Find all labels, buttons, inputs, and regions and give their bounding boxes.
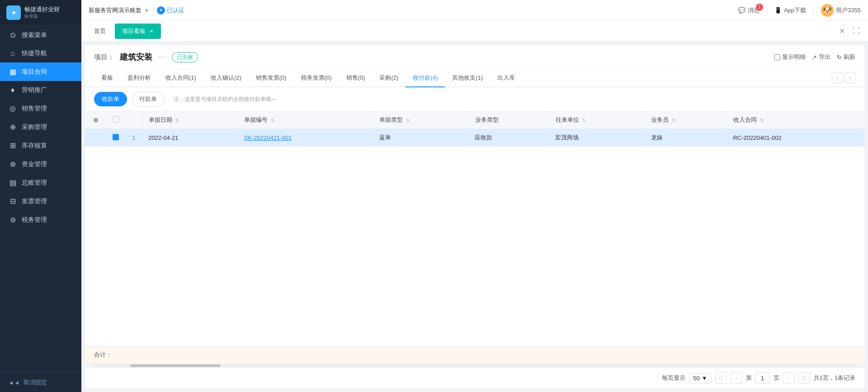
refresh-button[interactable]: ↻ 刷新 bbox=[837, 53, 855, 61]
sidebar-item-finance[interactable]: ⊛ 资金管理 bbox=[0, 155, 81, 173]
tab-home[interactable]: 首页 bbox=[87, 24, 113, 39]
subnav-profit[interactable]: 盈利分析 bbox=[120, 69, 158, 87]
col-biz-type-label: 业务类型 bbox=[475, 116, 499, 123]
filter-payment-btn[interactable]: 付款单 bbox=[132, 92, 165, 106]
show-detail-checkbox[interactable]: 显示明细 bbox=[774, 53, 806, 61]
sidebar-item-ledger[interactable]: ▤ 总账管理 bbox=[0, 173, 81, 192]
pagination-bar: 每页显示 50 ▼ ⟨⟨ ‹ 第 页 › ⟩⟩ 共1页，1条记录 bbox=[85, 367, 864, 388]
sidebar-item-tax[interactable]: ⊜ 税务管理 bbox=[0, 210, 81, 229]
user-avatar: 🐶 bbox=[821, 4, 834, 17]
message-button[interactable]: 💬 消息 1 bbox=[738, 6, 760, 14]
refresh-icon: ↻ bbox=[837, 54, 842, 61]
row-checkbox[interactable] bbox=[113, 134, 119, 140]
col-settings[interactable]: ⚙ bbox=[85, 111, 107, 129]
table-wrapper: ⚙ 单据日期 ⇅ 单据编号 ⇅ bbox=[85, 111, 864, 346]
sidebar-label-ledger: 总账管理 bbox=[22, 179, 47, 187]
sidebar-item-sales[interactable]: ◎ 销售管理 bbox=[0, 99, 81, 118]
user-label: 用户3355 bbox=[836, 6, 861, 14]
project-actions: 显示明细 ↗ 导出 ↻ 刷新 bbox=[774, 53, 855, 61]
tab-home-label: 首页 bbox=[94, 27, 106, 35]
per-page-dropdown-icon: ▼ bbox=[702, 375, 708, 382]
per-page-select[interactable]: 50 ▼ bbox=[689, 373, 711, 383]
col-number-label: 单据编号 bbox=[244, 116, 268, 123]
subnav-receipt[interactable]: 收付款(4) bbox=[406, 69, 445, 87]
subnav-inout[interactable]: 出入库 bbox=[490, 69, 522, 87]
subnav-income-contract[interactable]: 收入合同(1) bbox=[158, 69, 203, 87]
finance-icon: ⊛ bbox=[8, 160, 17, 168]
scrollbar-track[interactable] bbox=[94, 364, 855, 367]
subnav-sales-invoice[interactable]: 销售发票(0) bbox=[249, 69, 294, 87]
divider bbox=[153, 6, 153, 14]
select-all-checkbox[interactable] bbox=[113, 116, 119, 123]
subnav-tax-invoice[interactable]: 税务发票(0) bbox=[294, 69, 339, 87]
account-selector[interactable]: 新服务官网演示账套 ▼ bbox=[89, 6, 149, 14]
col-income-contract-label: 收入合同 bbox=[733, 116, 757, 123]
td-doc-type: 蓝单 bbox=[374, 129, 470, 147]
col-salesperson[interactable]: 业务员 ⇅ bbox=[646, 111, 728, 129]
td-salesperson: 龙妹 bbox=[646, 129, 728, 147]
content-panel: 项目： 建筑安装 ··· 已生效 显示明细 ↗ 导出 ↻ 刷新 bbox=[85, 45, 864, 388]
page-prev-button[interactable]: ‹ bbox=[731, 372, 742, 384]
td-number[interactable]: SK-20220421-001 bbox=[239, 129, 374, 147]
sidebar-unpin[interactable]: ◄◄ 取消固定 bbox=[0, 373, 81, 392]
sidebar-item-purchase[interactable]: ⊕ 采购管理 bbox=[0, 118, 81, 136]
col-income-contract[interactable]: 收入合同 ⇅ bbox=[727, 111, 864, 129]
filter-receipt-btn[interactable]: 收款单 bbox=[94, 92, 127, 106]
subnav-other-income[interactable]: 其他收支(1) bbox=[445, 69, 490, 87]
col-salesperson-label: 业务员 bbox=[651, 116, 669, 123]
project-title: 建筑安装 bbox=[120, 52, 152, 62]
td-checkbox[interactable] bbox=[107, 129, 125, 147]
subnav-kanban[interactable]: 看板 bbox=[94, 69, 120, 87]
sidebar-item-shortcuts[interactable]: ⌂ 快捷导航 bbox=[0, 44, 81, 62]
table-row[interactable]: 1 2022-04-21 SK-20220421-001 蓝单 应收款 宏茂商场… bbox=[85, 129, 864, 147]
main-area: 新服务官网演示账套 ▼ ✦ 已认证 💬 消息 1 📱 App下载 🐶 bbox=[81, 0, 868, 392]
sidebar-item-invoice[interactable]: ⊟ 发票管理 bbox=[0, 192, 81, 210]
user-menu[interactable]: 🐶 用户3355 bbox=[821, 4, 861, 17]
tabbar-right: ✕ ⛶ bbox=[835, 25, 863, 38]
sidebar-item-marketing[interactable]: ♦ 营销推广 bbox=[0, 81, 81, 99]
search-menu-icon: ⊙ bbox=[8, 31, 17, 39]
sidebar-label-sales: 销售管理 bbox=[22, 105, 47, 113]
sidebar-label-search: 搜索菜单 bbox=[22, 31, 47, 39]
page-first-button[interactable]: ⟨⟨ bbox=[715, 372, 727, 384]
unpin-icon: ◄◄ bbox=[8, 379, 20, 386]
sidebar-item-inventory[interactable]: ⊞ 库存核算 bbox=[0, 136, 81, 155]
per-page-label: 每页显示 bbox=[662, 374, 685, 382]
col-partner[interactable]: 往来单位 ⇅ bbox=[550, 111, 646, 129]
message-icon: 💬 bbox=[738, 7, 745, 14]
certified-badge: ✦ 已认证 bbox=[157, 6, 184, 14]
message-badge: 1 bbox=[756, 4, 763, 11]
page-input[interactable] bbox=[755, 372, 770, 384]
subnav-next-arrow[interactable]: › bbox=[844, 72, 855, 83]
topbar: 新服务官网演示账套 ▼ ✦ 已认证 💬 消息 1 📱 App下载 🐶 bbox=[81, 0, 868, 21]
page-last-button[interactable]: ⟩⟩ bbox=[798, 372, 810, 384]
export-button[interactable]: ↗ 导出 bbox=[812, 53, 830, 61]
unpin-label: 取消固定 bbox=[24, 378, 47, 387]
subnav-income-confirm[interactable]: 收入确认(2) bbox=[203, 69, 249, 87]
tab-kanban[interactable]: 项目看板 ✕ bbox=[115, 24, 161, 39]
scrollbar-thumb[interactable] bbox=[130, 364, 221, 367]
sidebar-item-project[interactable]: ▦ 项目合同 bbox=[0, 62, 81, 81]
invoice-icon: ⊟ bbox=[8, 197, 17, 206]
app-download-button[interactable]: 📱 App下载 bbox=[774, 6, 806, 14]
project-header: 项目： 建筑安装 ··· 已生效 显示明细 ↗ 导出 ↻ 刷新 bbox=[85, 45, 864, 69]
tab-maximize-button[interactable]: ⛶ bbox=[850, 25, 863, 38]
sidebar-label-project: 项目合同 bbox=[22, 68, 47, 76]
certified-label: 已认证 bbox=[167, 6, 184, 14]
show-detail-input[interactable] bbox=[774, 54, 780, 60]
td-biz-type: 应收款 bbox=[469, 129, 550, 147]
sidebar-item-search[interactable]: ⊙ 搜索菜单 bbox=[0, 26, 81, 44]
subnav-prev-arrow[interactable]: ‹ bbox=[832, 72, 843, 83]
col-number[interactable]: 单据编号 ⇅ bbox=[239, 111, 374, 129]
phone-icon: 📱 bbox=[774, 7, 782, 14]
col-date[interactable]: 单据日期 ⇅ bbox=[143, 111, 239, 129]
page-next-button[interactable]: › bbox=[783, 372, 795, 384]
account-dropdown-icon: ▼ bbox=[144, 8, 149, 13]
tab-close-all-button[interactable]: ✕ bbox=[835, 25, 848, 38]
tab-kanban-close-icon[interactable]: ✕ bbox=[149, 28, 154, 34]
subnav-purchase[interactable]: 采购(2) bbox=[372, 69, 406, 87]
subnav-sales[interactable]: 销售(0) bbox=[339, 69, 373, 87]
col-doc-type[interactable]: 单据类型 ⇅ bbox=[374, 111, 470, 129]
project-more-button[interactable]: ··· bbox=[158, 53, 166, 61]
col-checkbox-header[interactable] bbox=[107, 111, 125, 129]
